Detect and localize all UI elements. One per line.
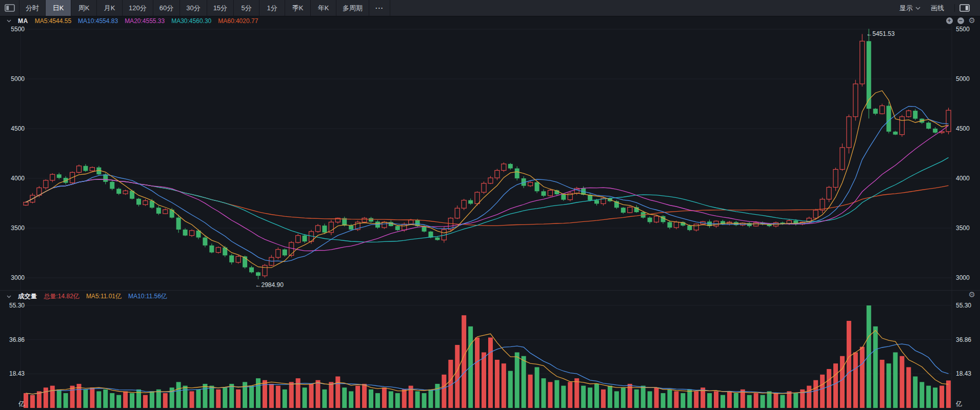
volume-bars xyxy=(24,305,951,408)
tab-multi-period[interactable]: 多周期 xyxy=(336,0,369,16)
volume-ma-lines xyxy=(26,331,948,394)
zoom-in-icon[interactable] xyxy=(946,17,953,24)
collapse-volume-pane-icon[interactable] xyxy=(7,295,11,298)
axis-label-right: 55.30 xyxy=(956,302,971,309)
draw-line-label: 画线 xyxy=(931,4,944,13)
price-annotation: ←2984.90 xyxy=(255,281,284,289)
axis-label-right: 5000 xyxy=(956,75,970,83)
axis-label-left: 3000 xyxy=(11,274,25,281)
price-settings-icon[interactable] xyxy=(969,17,975,25)
candles xyxy=(24,29,951,279)
axis-label-left: 4000 xyxy=(11,175,25,182)
tab-month-k[interactable]: 月K xyxy=(97,0,123,16)
volume-total: 总量:14.82亿 xyxy=(44,292,79,301)
tab-week-k[interactable]: 周K xyxy=(71,0,97,16)
tab-15min[interactable]: 15分 xyxy=(207,0,234,16)
volume-ma10: MA10:11.56亿 xyxy=(128,292,167,301)
axis-label-right: 亿 xyxy=(955,400,962,407)
axis-label-right: 36.86 xyxy=(956,336,971,343)
axis-label-left: 5000 xyxy=(11,75,25,83)
axis-label-right: 3000 xyxy=(956,274,970,281)
chevron-down-icon xyxy=(915,7,921,10)
axis-label-right: 18.43 xyxy=(956,370,971,377)
period-tabs: 分时 日K 周K 月K 120分 60分 30分 15分 5分 1分 季K 年K… xyxy=(19,0,390,16)
volume-ma5: MA5:11.01亿 xyxy=(86,292,122,301)
ma-lines xyxy=(26,91,948,268)
tab-120min[interactable]: 120分 xyxy=(123,0,153,16)
gridlines xyxy=(21,25,952,408)
axis-label-left: 18.43 xyxy=(9,370,25,377)
axis-label-left: 5500 xyxy=(11,26,25,33)
ma30-value: MA30:4560.30 xyxy=(171,17,211,25)
volume-settings-icon[interactable] xyxy=(969,291,975,299)
volume-legend: 成交量 总量:14.82亿 MA5:11.01亿 MA10:11.56亿 xyxy=(0,291,980,302)
annotations: ←5451.53←2984.90 xyxy=(255,30,895,289)
ma5-value: MA5:4544.55 xyxy=(35,17,71,25)
ma-legend: MA MA5:4544.55 MA10:4554.83 MA20:4555.33… xyxy=(0,16,980,25)
panel-right-icon xyxy=(959,4,970,12)
chart-plot-area[interactable]: 5500550050005000450045004000400035003500… xyxy=(0,0,980,410)
tab-30min[interactable]: 30分 xyxy=(180,0,207,16)
ma10-value: MA10:4554.83 xyxy=(78,17,118,25)
axis-label-right: 4000 xyxy=(956,175,970,182)
toolbar: 分时 日K 周K 月K 120分 60分 30分 15分 5分 1分 季K 年K… xyxy=(0,0,980,16)
tab-quarter-k[interactable]: 季K xyxy=(285,0,311,16)
axis-label-left: 亿 xyxy=(18,400,25,407)
axis-label-left: 4500 xyxy=(11,125,25,132)
panel-right-toggle[interactable] xyxy=(954,4,974,12)
toolbar-right: 显示 画线 xyxy=(899,0,980,16)
zoom-out-icon[interactable] xyxy=(957,17,964,24)
tab-5min[interactable]: 5分 xyxy=(234,0,259,16)
tab-day-k[interactable]: 日K xyxy=(46,0,71,16)
volume-title: 成交量 xyxy=(18,292,37,301)
tab-1min[interactable]: 1分 xyxy=(259,0,285,16)
price-annotation: ←5451.53 xyxy=(866,30,895,37)
axis-label-left: 36.86 xyxy=(9,336,25,343)
axis-label-right: 5500 xyxy=(956,26,970,33)
ma20-value: MA20:4555.33 xyxy=(125,17,165,25)
tab-60min[interactable]: 60分 xyxy=(153,0,180,16)
indicator-name: MA xyxy=(18,17,28,25)
display-menu-label: 显示 xyxy=(899,4,913,13)
axis-label-right: 3500 xyxy=(956,224,970,232)
collapse-price-pane-icon[interactable] xyxy=(7,19,11,23)
panel-left-icon xyxy=(5,4,15,12)
panel-left-toggle[interactable] xyxy=(0,0,19,16)
axis-label-right: 4500 xyxy=(956,125,970,132)
tab-more[interactable]: ··· xyxy=(369,0,390,16)
draw-line-button[interactable]: 画线 xyxy=(931,4,944,13)
axis-label-left: 3500 xyxy=(11,224,25,232)
tab-year-k[interactable]: 年K xyxy=(311,0,336,16)
axis-label-left: 55.30 xyxy=(9,302,25,309)
ma60-value: MA60:4020.77 xyxy=(218,17,258,25)
tab-time-sharing[interactable]: 分时 xyxy=(19,0,46,16)
display-menu[interactable]: 显示 xyxy=(899,4,921,13)
